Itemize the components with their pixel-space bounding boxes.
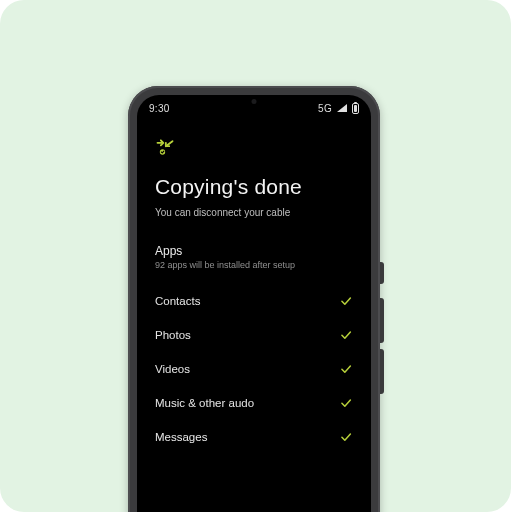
card-background: 9:30 5G <box>0 0 511 512</box>
check-icon <box>339 328 353 342</box>
list-item-label: Music & other audo <box>155 397 254 409</box>
list-item-label: Photos <box>155 329 191 341</box>
list-item-label: Contacts <box>155 295 200 307</box>
list-item[interactable]: Photos <box>155 318 353 352</box>
phone-volume-up <box>380 298 384 343</box>
apps-subtitle: 92 apps will be installed after setup <box>155 260 353 270</box>
copied-list: Contacts Photos Videos <box>155 284 353 454</box>
content: Copying's done You can disconnect your c… <box>137 121 371 454</box>
check-icon <box>339 430 353 444</box>
status-icons: 5G <box>318 103 359 114</box>
check-icon <box>339 362 353 376</box>
transfer-done-icon <box>155 137 175 157</box>
list-item-label: Videos <box>155 363 190 375</box>
list-item-label: Messages <box>155 431 207 443</box>
signal-icon <box>337 104 347 112</box>
phone-side-button <box>380 262 384 284</box>
page-title: Copying's done <box>155 175 353 199</box>
apps-section[interactable]: Apps 92 apps will be installed after set… <box>155 244 353 270</box>
page-subtitle: You can disconnect your cable <box>155 207 353 218</box>
check-icon <box>339 294 353 308</box>
list-item[interactable]: Contacts <box>155 284 353 318</box>
phone-frame: 9:30 5G <box>128 86 380 512</box>
battery-icon <box>352 103 359 114</box>
apps-title: Apps <box>155 244 353 258</box>
phone-screen: 9:30 5G <box>137 95 371 512</box>
check-icon <box>339 396 353 410</box>
phone: 9:30 5G <box>128 86 380 512</box>
list-item[interactable]: Music & other audo <box>155 386 353 420</box>
phone-volume-down <box>380 349 384 394</box>
network-label: 5G <box>318 103 332 114</box>
status-time: 9:30 <box>149 103 170 114</box>
list-item[interactable]: Messages <box>155 420 353 454</box>
camera-hole <box>252 99 257 104</box>
list-item[interactable]: Videos <box>155 352 353 386</box>
